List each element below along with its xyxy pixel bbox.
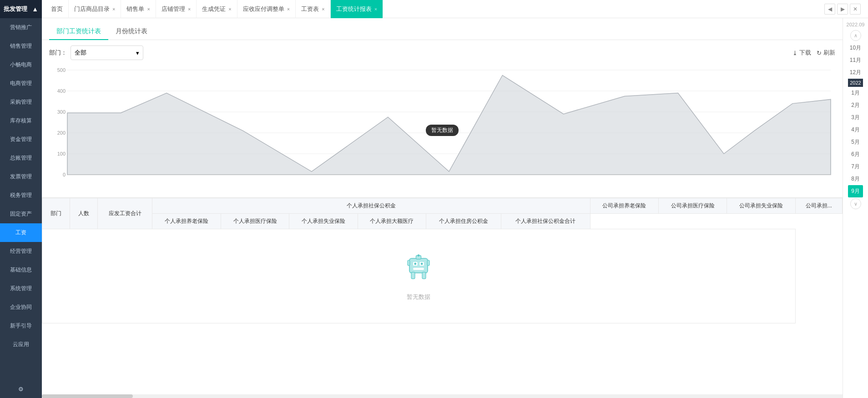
col-total: 应发工资合计: [97, 198, 152, 229]
col-p-unemploy: 个人承担失业保险: [289, 214, 358, 229]
refresh-btn[interactable]: ↻ 刷新: [817, 49, 835, 57]
svg-rect-19: [408, 260, 410, 266]
dept-select-value: 全部: [75, 49, 86, 57]
sidebar-logo: 批发管理 ▲: [0, 0, 42, 18]
col-count: 人数: [70, 198, 97, 229]
svg-rect-21: [411, 272, 415, 278]
tab-label-home: 首页: [51, 5, 63, 13]
tab-label-payroll-table: 工资表: [301, 5, 319, 13]
col-p-total: 个人承担社保公积金合计: [501, 214, 590, 229]
tab-receivable[interactable]: 应收应付调整单×: [237, 0, 296, 18]
sidebar-item-payroll[interactable]: 工资: [0, 223, 42, 242]
timeline-month-8月[interactable]: 8月: [848, 173, 863, 185]
sidebar-settings-btn[interactable]: ⚙: [0, 380, 42, 398]
sidebar-item-inventory[interactable]: 库存核算: [0, 111, 42, 130]
tab-store-mgmt[interactable]: 店铺管理×: [156, 0, 197, 18]
tab-close-receivable[interactable]: ×: [287, 6, 290, 12]
sidebar-item-sales[interactable]: 销售管理: [0, 37, 42, 55]
tab-month-stats[interactable]: 月份统计表: [108, 24, 155, 40]
refresh-label: 刷新: [823, 49, 835, 57]
timeline-month-5月[interactable]: 5月: [848, 136, 863, 148]
tab-label-payroll-report: 工资统计报表: [336, 5, 372, 13]
sidebar-item-assets[interactable]: 固定资产: [0, 205, 42, 223]
empty-row: 暂无数据: [42, 229, 843, 323]
tab-close-produce-cert[interactable]: ×: [228, 6, 231, 12]
tab-close-all[interactable]: ✕: [850, 4, 861, 15]
tab-sales-order[interactable]: 销售单×: [121, 0, 156, 18]
sidebar-item-system[interactable]: 系统管理: [0, 279, 42, 298]
tab-product-catalog[interactable]: 门店商品目录×: [69, 0, 121, 18]
col-company-unemploy: 公司承担失业保险: [727, 198, 795, 214]
tab-produce-cert[interactable]: 生成凭证×: [197, 0, 237, 18]
timeline-panel: 2022.09 ∧ 10月11月12月20221月2月3月4月5月6月7月8月9…: [843, 18, 868, 398]
tab-home[interactable]: 首页: [45, 0, 69, 18]
sidebar-item-invoice[interactable]: 发票管理: [0, 167, 42, 186]
timeline-month-12月[interactable]: 12月: [848, 66, 863, 79]
empty-icon: [400, 251, 437, 287]
timeline-month-3月[interactable]: 3月: [848, 111, 863, 124]
timeline-month-6月[interactable]: 6月: [848, 148, 863, 161]
scroll-indicator[interactable]: [42, 394, 843, 398]
tab-close-payroll-report[interactable]: ×: [374, 6, 377, 12]
data-table: 部门 人数 应发工资合计 个人承担社保公积金 公司承担养老保险 公司承担医疗保险…: [42, 198, 843, 323]
main-content: 部门工资统计表 月份统计表 部门： 全部 ▾ ⤓ 下载: [42, 18, 843, 398]
tab-close-store-mgmt[interactable]: ×: [188, 6, 191, 12]
tab-scroll-left[interactable]: ◀: [824, 4, 835, 15]
svg-text:300: 300: [57, 109, 66, 115]
download-btn[interactable]: ⤓ 下载: [792, 49, 811, 57]
tab-label-product-catalog: 门店商品目录: [74, 5, 110, 13]
timeline-month-1月[interactable]: 1月: [848, 87, 863, 99]
sub-tabs: 部门工资统计表 月份统计表: [42, 18, 843, 40]
timeline-nav-down[interactable]: ∨: [850, 198, 861, 209]
sidebar-item-purchase[interactable]: 采购管理: [0, 93, 42, 111]
svg-rect-18: [413, 268, 424, 270]
svg-rect-20: [428, 260, 430, 266]
scroll-thumb: [42, 394, 133, 398]
col-personal-group: 个人承担社保公积金: [152, 198, 590, 214]
sidebar-item-finance[interactable]: 资金管理: [0, 130, 42, 149]
dept-select[interactable]: 全部 ▾: [71, 45, 143, 60]
svg-text:0: 0: [63, 172, 66, 177]
col-dept: 部门: [42, 198, 70, 229]
tab-payroll-report[interactable]: 工资统计报表×: [331, 0, 383, 18]
sidebar-item-operations[interactable]: 经营管理: [0, 242, 42, 261]
svg-rect-13: [409, 258, 428, 273]
timeline-month-4月[interactable]: 4月: [848, 124, 863, 136]
tab-bar: 首页门店商品目录×销售单×店铺管理×生成凭证×应收应付调整单×工资表×工资统计报…: [42, 0, 868, 18]
timeline-month-11月[interactable]: 11月: [848, 54, 863, 66]
tab-close-product-catalog[interactable]: ×: [112, 6, 115, 12]
timeline-nav-up[interactable]: ∧: [850, 30, 861, 41]
col-p-housing: 个人承担住房公积金: [426, 214, 501, 229]
svg-text:400: 400: [57, 88, 66, 94]
col-company-pension: 公司承担养老保险: [590, 198, 658, 214]
sidebar-item-marketing[interactable]: 营销推广: [0, 18, 42, 37]
sidebar-item-ecom[interactable]: 电商管理: [0, 74, 42, 93]
sidebar-logo-arrow: ▲: [32, 5, 38, 13]
sidebar-item-base[interactable]: 基础信息: [0, 261, 42, 279]
sidebar-item-guide[interactable]: 新手引导: [0, 317, 42, 335]
col-company-medical: 公司承担医疗保险: [658, 198, 727, 214]
sidebar-item-cloud[interactable]: 云应用: [0, 335, 42, 354]
sidebar-item-ecom-mini[interactable]: 小畅电商: [0, 55, 42, 74]
sidebar-item-enterprise[interactable]: 企业协同: [0, 298, 42, 317]
action-btns: ⤓ 下载 ↻ 刷新: [792, 49, 835, 57]
tab-label-store-mgmt: 店铺管理: [161, 5, 185, 13]
tab-payroll-table[interactable]: 工资表×: [296, 0, 330, 18]
timeline-month-10月[interactable]: 10月: [848, 42, 863, 54]
table-wrapper[interactable]: 部门 人数 应发工资合计 个人承担社保公积金 公司承担养老保险 公司承担医疗保险…: [42, 197, 843, 394]
sidebar-item-ledger[interactable]: 总账管理: [0, 149, 42, 167]
tab-close-payroll-table[interactable]: ×: [322, 6, 324, 12]
empty-text: 暂无数据: [407, 293, 430, 301]
tab-dept-stats[interactable]: 部门工资统计表: [49, 24, 108, 40]
svg-text:500: 500: [57, 67, 66, 73]
timeline-month-9月[interactable]: 9月: [848, 185, 863, 197]
timeline-month-2月[interactable]: 2月: [848, 99, 863, 111]
col-p-major-medical: 个人承担大额医疗: [358, 214, 426, 229]
filter-area: 部门： 全部 ▾: [49, 45, 143, 60]
tab-scroll-right[interactable]: ▶: [837, 4, 848, 15]
content-area: 部门工资统计表 月份统计表 部门： 全部 ▾ ⤓ 下载: [42, 18, 868, 398]
sidebar-item-tax[interactable]: 税务管理: [0, 186, 42, 205]
tab-close-sales-order[interactable]: ×: [147, 6, 150, 12]
svg-rect-16: [414, 263, 417, 265]
timeline-month-7月[interactable]: 7月: [848, 161, 863, 173]
